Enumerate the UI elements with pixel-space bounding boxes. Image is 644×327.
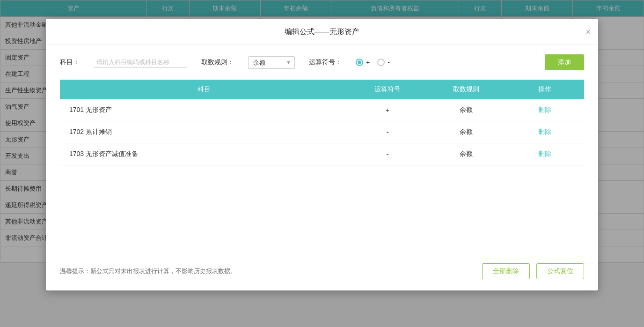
modal-footer: 温馨提示：新公式只对未出报表进行计算，不影响历史报表数据。 全部删除 公式复位 (46, 254, 598, 290)
formula-operator-1: - (348, 121, 427, 143)
formula-subject-2: 1703 无形资产减值准备 (60, 143, 348, 165)
modal-close-button[interactable]: × (585, 28, 591, 36)
modal-title: 编辑公式——无形资产 (285, 28, 359, 36)
delete-row-button-1[interactable]: 删除 (538, 128, 551, 135)
delete-row-button-2[interactable]: 删除 (538, 150, 551, 157)
formula-action-0: 删除 (505, 99, 584, 121)
rule-select[interactable]: 余额 借方 贷方 借方发生额 贷方发生额 (248, 56, 295, 69)
footer-buttons: 全部删除 公式复位 (482, 263, 584, 279)
formula-action-1: 删除 (505, 121, 584, 143)
formula-subject-1: 1702 累计摊销 (60, 121, 348, 143)
table-header-subject: 科目 (60, 80, 348, 99)
formula-table: 科目 运算符号 取数规则 操作 1701 无形资产+余额删除1702 累计摊销-… (60, 80, 584, 165)
formula-action-2: 删除 (505, 143, 584, 165)
subject-input[interactable] (94, 57, 187, 68)
table-header-action: 操作 (505, 80, 584, 99)
formula-operator-2: - (348, 143, 427, 165)
radio-minus[interactable]: - (377, 59, 390, 66)
footer-tip: 温馨提示：新公式只对未出报表进行计算，不影响历史报表数据。 (60, 267, 236, 275)
subject-label: 科目： (60, 58, 80, 67)
modal-overlay: 编辑公式——无形资产 × 科目： 取数规则： 余额 借方 贷方 借方发生额 贷方… (0, 0, 644, 327)
radio-plus-circle (356, 59, 363, 66)
add-button[interactable]: 添加 (545, 54, 584, 70)
radio-minus-circle (377, 59, 385, 66)
modal-dialog: 编辑公式——无形资产 × 科目： 取数规则： 余额 借方 贷方 借方发生额 贷方… (46, 19, 598, 290)
formula-subject-0: 1701 无形资产 (60, 99, 348, 121)
rule-label: 取数规则： (201, 58, 234, 67)
reset-formula-button[interactable]: 公式复位 (536, 263, 584, 279)
operator-radio-group: + - (356, 59, 390, 66)
delete-row-button-0[interactable]: 删除 (538, 106, 551, 113)
formula-table-row: 1702 累计摊销-余额删除 (60, 121, 584, 143)
table-header-operator: 运算符号 (348, 80, 427, 99)
formula-rule-0: 余额 (427, 99, 505, 121)
delete-all-button[interactable]: 全部删除 (482, 263, 530, 279)
formula-operator-0: + (348, 99, 427, 121)
radio-minus-label: - (388, 59, 390, 66)
formula-rule-2: 余额 (427, 143, 505, 165)
operator-label: 运算符号： (309, 58, 342, 67)
table-area: 科目 运算符号 取数规则 操作 1701 无形资产+余额删除1702 累计摊销-… (46, 80, 598, 254)
radio-plus[interactable]: + (356, 59, 370, 66)
formula-table-row: 1701 无形资产+余额删除 (60, 99, 584, 121)
form-row: 科目： 取数规则： 余额 借方 贷方 借方发生额 贷方发生额 ▼ 运算符号： + (46, 45, 598, 80)
radio-plus-label: + (366, 59, 370, 66)
modal-header: 编辑公式——无形资产 × (46, 19, 598, 45)
table-header-rule: 取数规则 (427, 80, 505, 99)
rule-select-wrapper: 余额 借方 贷方 借方发生额 贷方发生额 ▼ (248, 56, 295, 69)
formula-table-row: 1703 无形资产减值准备-余额删除 (60, 143, 584, 165)
formula-rule-1: 余额 (427, 121, 505, 143)
